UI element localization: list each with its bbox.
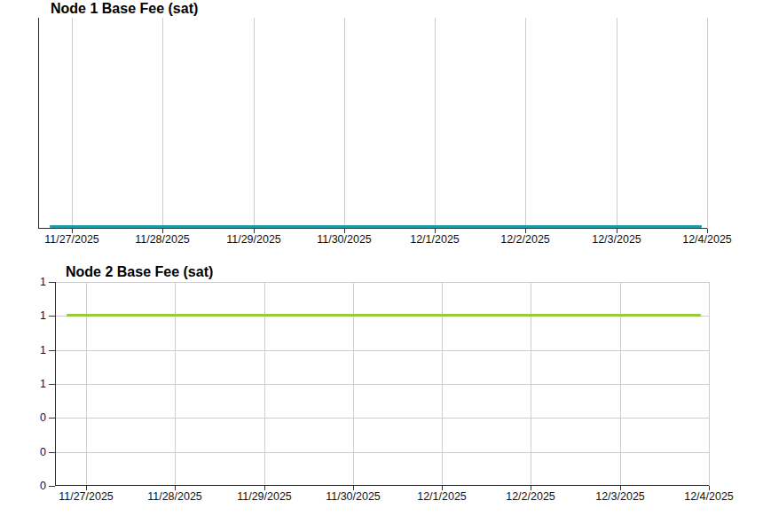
- x-axis-label: 11/28/2025: [147, 490, 202, 504]
- y-tick: [49, 452, 55, 453]
- y-tick: [49, 282, 55, 283]
- y-axis-label: 1: [20, 378, 46, 391]
- series-line: [67, 314, 701, 317]
- y-tick: [49, 350, 55, 351]
- x-axis-label: 12/2/2025: [506, 490, 555, 504]
- y-tick: [49, 384, 55, 385]
- x-axis-label: 12/3/2025: [595, 490, 645, 504]
- plot-area: [55, 282, 709, 486]
- y-axis-label: 1: [20, 344, 46, 357]
- y-axis-label: 1: [20, 309, 46, 323]
- x-axis-label: 11/29/2025: [237, 490, 292, 504]
- x-axis-label: 12/1/2025: [417, 490, 467, 504]
- x-axis-label: 11/27/2025: [59, 490, 114, 504]
- x-gridline: [709, 282, 710, 486]
- y-tick: [49, 486, 55, 487]
- node-2-base-fee-chart: Node 2 Base Fee (sat) 111100011/27/20251…: [0, 0, 763, 532]
- x-axis-label: 12/4/2025: [684, 490, 734, 504]
- y-axis-label: 1: [20, 276, 46, 289]
- y-axis-label: 0: [20, 480, 46, 493]
- y-tick: [49, 316, 55, 317]
- x-axis-label: 11/30/2025: [326, 490, 381, 504]
- y-axis-label: 0: [20, 411, 46, 425]
- chart-title: Node 2 Base Fee (sat): [66, 263, 213, 280]
- y-axis-label: 0: [20, 446, 46, 459]
- y-tick: [49, 418, 55, 419]
